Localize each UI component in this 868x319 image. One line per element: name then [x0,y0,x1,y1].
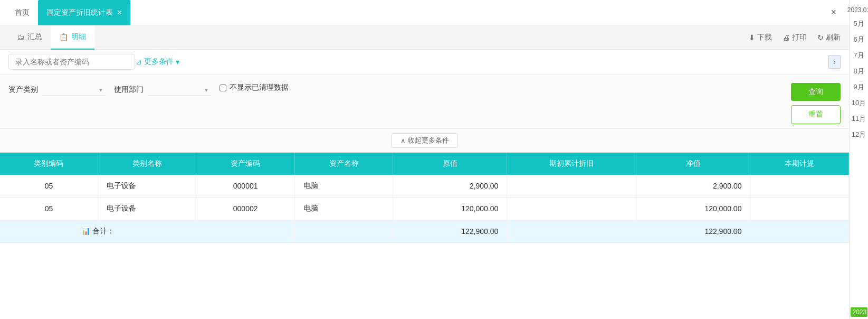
col-header-asset-code: 资产编码 [196,153,294,175]
sidebar-month-item[interactable]: 6月 [850,32,869,48]
total-accumulated-depreciation [507,220,636,243]
asset-type-select[interactable] [42,83,106,96]
tab-title: 固定资产折旧统计表 [46,8,113,17]
cell-category-code: 05 [0,198,98,220]
total-original-value: 122,900.00 [393,220,507,243]
asset-type-label: 资产类别 [8,85,38,95]
tab-detail[interactable]: 📋 明细 [51,25,94,50]
total-net-value: 122,900.00 [636,220,750,243]
window-close-icon[interactable]: × [826,5,841,20]
col-header-asset-name: 资产名称 [294,153,393,175]
summary-tab-label: 汇总 [27,32,42,42]
search-bar-right: › [828,55,841,69]
print-label: 打印 [792,33,807,42]
filter-icon: ⊿ [136,58,142,66]
col-header-net-value: 净值 [636,153,750,175]
toolbar-actions: ⬇ 下载 🖨 打印 ↻ 刷新 [749,33,841,42]
filter-area: 资产类别 使用部门 不显示已清理数据 查询 重置 [0,74,849,129]
search-input[interactable] [8,54,135,70]
collapse-icon: ∧ [400,137,406,145]
print-button[interactable]: 🖨 打印 [783,33,807,42]
table-row: 05 电子设备 000001 电脑 2,900.00 2,900.00 [0,175,849,198]
collapse-button[interactable]: ∧ 收起更多条件 [392,133,458,148]
asset-type-filter: 资产类别 [8,83,106,96]
more-conditions-label: 更多条件 [144,57,174,67]
department-label: 使用部门 [114,85,144,95]
sidebar-month-item[interactable]: 8月 [850,63,869,79]
sidebar-month-item[interactable]: 10月 [850,95,869,111]
more-conditions-button[interactable]: ⊿ 更多条件 ▾ [136,57,179,67]
download-label: 下载 [757,33,772,42]
col-header-accumulated-depreciation: 期初累计折旧 [507,153,636,175]
cell-current-depreciation [750,198,849,220]
sidebar-date: 2023.01 [847,4,868,16]
cell-accumulated-depreciation [507,198,636,220]
exclude-cleared-checkbox[interactable] [220,85,226,91]
total-label: 📊 合计： [0,220,196,243]
col-header-original-value: 原值 [393,153,507,175]
refresh-button[interactable]: ↻ 刷新 [817,33,841,42]
col-header-current-depreciation: 本期计提 [750,153,849,175]
detail-icon: 📋 [59,33,68,41]
table-row: 05 电子设备 000002 电脑 120,000.00 120,000.00 [0,198,849,220]
refresh-icon: ↻ [817,33,824,42]
data-table: 类别编码 类别名称 资产编码 资产名称 原值 期初累计折旧 净值 本期计提 05… [0,153,849,243]
cell-category-name: 电子设备 [98,198,196,220]
fixed-assets-tab[interactable]: 固定资产折旧统计表 × [38,0,130,25]
cell-category-name: 电子设备 [98,175,196,198]
refresh-label: 刷新 [826,33,841,42]
sidebar-month-item[interactable]: 12月 [850,127,869,143]
download-button[interactable]: ⬇ 下载 [749,33,772,42]
print-icon: 🖨 [783,33,790,42]
home-tab[interactable]: 首页 [8,8,36,17]
total-current-depreciation [750,220,849,243]
cell-accumulated-depreciation [507,175,636,198]
cell-net-value: 2,900.00 [636,175,750,198]
sidebar-month-item[interactable]: 5月 [850,16,869,32]
col-header-category-name: 类别名称 [98,153,196,175]
sidebar-month-item[interactable]: 7月 [850,48,869,63]
cell-current-depreciation [750,175,849,198]
exclude-cleared-label: 不显示已清理数据 [230,83,289,92]
cell-asset-name: 电脑 [294,198,393,220]
detail-tab-label: 明细 [71,32,86,42]
query-button[interactable]: 查询 [791,83,841,101]
department-select[interactable] [148,83,211,96]
download-icon: ⬇ [749,33,755,42]
cell-net-value: 120,000.00 [636,198,750,220]
sidebar-month-item[interactable]: 11月 [850,111,869,127]
sidebar-month-item[interactable]: 9月 [850,79,869,95]
cell-asset-code: 000001 [196,175,294,198]
cell-original-value: 2,900.00 [393,175,507,198]
expand-sidebar-button[interactable]: › [828,55,841,69]
col-header-category-code: 类别编码 [0,153,98,175]
exclude-cleared-group: 不显示已清理数据 [220,83,289,92]
tab-summary[interactable]: 🗂 汇总 [8,25,51,50]
year-badge: 2023 [851,307,867,317]
tab-close-icon[interactable]: × [117,8,122,17]
department-filter: 使用部门 [114,83,211,96]
search-bar: 🔍 ⊿ 更多条件 ▾ › [0,50,849,74]
cell-asset-code: 000002 [196,198,294,220]
data-table-container: 类别编码 类别名称 资产编码 资产名称 原值 期初累计折旧 净值 本期计提 05… [0,153,849,319]
reset-button[interactable]: 重置 [791,105,841,124]
cell-original-value: 120,000.00 [393,198,507,220]
cell-asset-name: 电脑 [294,175,393,198]
total-row: 📊 合计： 122,900.00 122,900.00 [0,220,849,243]
filter-buttons: 查询 重置 [791,83,841,124]
right-sidebar: 2023.01 5月6月7月8月9月10月11月12月 2023 [849,0,868,319]
summary-icon: 🗂 [17,33,24,41]
collapse-bar: ∧ 收起更多条件 [0,129,849,153]
collapse-label: 收起更多条件 [408,136,449,145]
sub-tabs-bar: 🗂 汇总 📋 明细 ⬇ 下载 🖨 打印 ↻ 刷新 [0,25,849,50]
cell-category-code: 05 [0,175,98,198]
chevron-down-icon: ▾ [176,58,179,66]
